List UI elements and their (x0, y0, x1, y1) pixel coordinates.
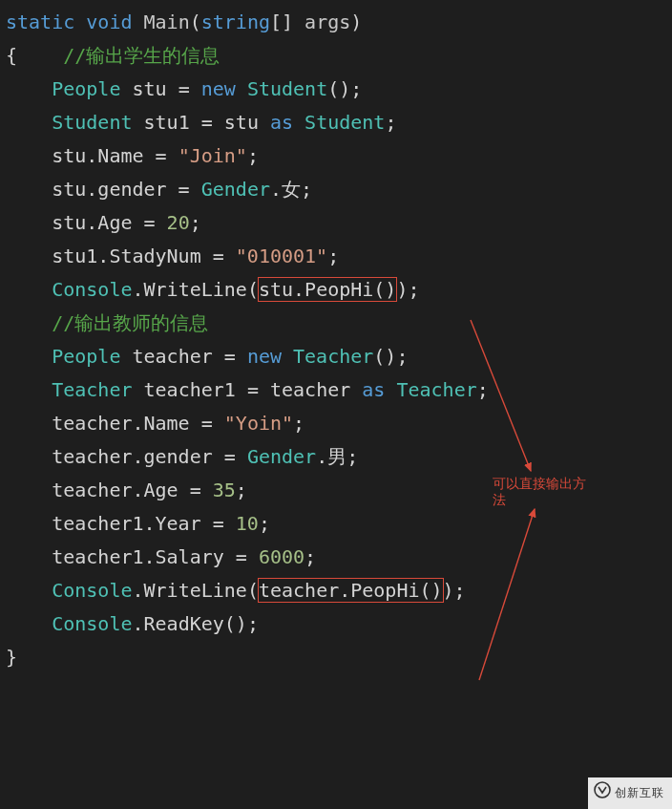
code-block: static void Main(string[] args) { //输出学生… (6, 6, 672, 674)
svg-point-2 (595, 782, 610, 798)
keyword-as: as (270, 111, 293, 134)
type-teacher: Teacher (52, 378, 132, 401)
string-yoin: "Yoin" (224, 412, 293, 435)
type-console: Console (52, 278, 132, 301)
number-35: 35 (213, 479, 236, 501)
string-stadynum: "010001" (236, 245, 327, 267)
number-10: 10 (236, 512, 259, 535)
number-20: 20 (167, 211, 190, 234)
comment-teacher: //输出教师的信息 (52, 311, 208, 334)
type-student: Student (52, 111, 132, 134)
type-people: People (52, 77, 120, 100)
annotation-text: 可以直接输出方 法 (493, 476, 586, 508)
watermark: 创新互联 (588, 777, 672, 809)
type-gender: Gender (201, 178, 270, 201)
keyword-void: void (86, 11, 132, 33)
method-main: Main (144, 11, 190, 33)
box-stu-peophi: stu.PeopHi() (259, 278, 397, 301)
keyword-static: static (6, 11, 74, 33)
watermark-logo-icon (594, 781, 611, 798)
keyword-string: string (201, 11, 270, 33)
keyword-new: new (201, 77, 236, 100)
string-join: "Join" (178, 144, 247, 167)
number-6000: 6000 (259, 545, 304, 568)
comment-student: //输出学生的信息 (63, 44, 220, 67)
box-teacher-peophi: teacher.PeopHi() (259, 579, 443, 602)
